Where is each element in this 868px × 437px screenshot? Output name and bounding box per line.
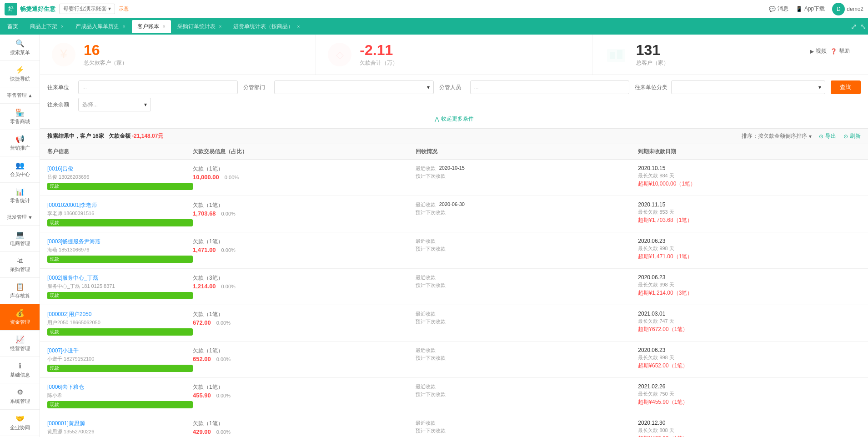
sidebar-item-marketing[interactable]: 📢 营销推广 [0, 130, 40, 156]
sidebar-item-member[interactable]: 👥 会员中心 [0, 156, 40, 183]
customer-name-3[interactable]: [0002]服务中心_丁磊 [47, 274, 193, 282]
customer-name-7[interactable]: [000001]黄思源 [47, 420, 193, 427]
chevron-down-icon: ▾ [144, 101, 147, 108]
customer-cell-3: [0002]服务中心_丁磊 服务中心_丁磊 181 0125 8371 现款 [47, 274, 193, 299]
help-btn[interactable]: ❓ 帮助 [830, 47, 850, 55]
sidebar-item-basic-info[interactable]: ℹ 基础信息 [0, 357, 40, 383]
sidebar-item-operations[interactable]: 📈 经营管理 [0, 331, 40, 357]
customer-phone-1: 李老师 18600391516 [47, 210, 193, 217]
system-name[interactable]: 母婴行业演示账套 ▾ [59, 4, 115, 14]
customer-name-2[interactable]: [0003]畅捷服务尹海燕 [47, 238, 193, 246]
customer-name-1[interactable]: [0001020001]李老师 [47, 201, 193, 209]
sidebar-item-system[interactable]: ⚙ 系统管理 [0, 383, 40, 410]
debt-cell-3: 欠款（3笔） 1,214.00 0.00% [193, 274, 416, 290]
tab-home[interactable]: 首页 [2, 20, 24, 33]
collapse-btn[interactable]: ⋀ 收起更多条件 [435, 115, 474, 123]
customer-name-6[interactable]: [0006]去下粮仓 [47, 383, 193, 391]
sidebar-item-quick-nav[interactable]: ⚡ 快捷导航 [0, 61, 40, 87]
help-icon: ❓ [830, 48, 837, 55]
table-row: [0002]服务中心_丁磊 服务中心_丁磊 181 0125 8371 现款 欠… [40, 269, 868, 305]
top-bar-left: 好 畅捷通好生意 母婴行业演示账套 ▾ 示意 [5, 3, 129, 15]
tab-product-shelf[interactable]: 商品上下架 × [25, 20, 69, 33]
overdue-cell-4: 2021.03.01 最长欠款 747 天 超期¥672.00（1笔） [638, 311, 861, 333]
export-button[interactable]: ⊙ 导出 [819, 132, 836, 140]
col-debt-info: 欠款交易信息（占比） [193, 148, 416, 156]
close-icon[interactable]: × [61, 24, 64, 29]
customer-name-0[interactable]: [0016]吕俊 [47, 165, 193, 173]
capital-icon: 💰 [15, 309, 25, 317]
tab-product-history[interactable]: 产成品入库单历史 × [70, 20, 131, 33]
recovery-cell-7: 最近收款 预计下次收款 [416, 420, 638, 434]
table-row: [0016]吕俊 吕俊 13026203696 现款 欠款（1笔） 10,000… [40, 160, 868, 196]
dept-label: 分管部门 [243, 84, 271, 91]
customer-tag-5: 现款 [47, 365, 193, 372]
customer-phone-5: 小迸千 18279152100 [47, 356, 193, 362]
customer-cell-4: [000002]用户2050 用户2050 18665062050 现款 [47, 311, 193, 336]
debt-cell-0: 欠款（1笔） 10,000.00 0.00% [193, 165, 416, 181]
operations-icon: 📈 [15, 335, 25, 344]
debt-cell-7: 欠款（1笔） 429.00 0.00% [193, 420, 416, 435]
recovery-cell-6: 最近收款 预计下次收款 [416, 383, 638, 398]
overdue-cell-2: 2020.06.23 最长欠款 998 天 超期¥1,471.00（1笔） [638, 238, 861, 261]
sidebar-item-ecommerce[interactable]: 💻 电商管理 [0, 226, 40, 252]
sidebar-item-retail-mall[interactable]: 🏪 零售商城 [0, 104, 40, 130]
window-restore-icon[interactable]: ⤢ [851, 22, 857, 31]
close-icon[interactable]: × [297, 24, 300, 29]
collapse-row: ⋀ 收起更多条件 [47, 115, 861, 123]
customer-tag-0: 现款 [47, 183, 193, 190]
customer-name-4[interactable]: [000002]用户2050 [47, 311, 193, 318]
overdue-cell-3: 2020.06.23 最长欠款 998 天 超期¥1,214.00（3笔） [638, 274, 861, 297]
search-button[interactable]: 查询 [831, 80, 861, 94]
video-btn[interactable]: ▶ 视频 [810, 47, 827, 55]
dept-select[interactable]: ▾ [274, 80, 434, 94]
from-unit-label: 往来单位 [47, 84, 75, 91]
customer-cell-1: [0001020001]李老师 李老师 18600391516 现款 [47, 201, 193, 226]
tab-customer-account[interactable]: 客户账本 × [132, 20, 171, 33]
refresh-button[interactable]: ⊙ 刷新 [843, 132, 861, 140]
user-avatar[interactable]: D demo2 [832, 3, 863, 15]
app-download-btn[interactable]: 📱 App下载 [796, 5, 825, 13]
enterprise-icon: 🤝 [15, 414, 25, 423]
sidebar-item-inventory[interactable]: 📋 库存核算 [0, 278, 40, 304]
customer-name-5[interactable]: [0007]小迸千 [47, 347, 193, 355]
customer-tag-1: 现款 [47, 219, 193, 226]
message-btn[interactable]: 💬 消息 [769, 5, 788, 13]
chevron-icon: ▲ [28, 93, 33, 98]
sidebar-item-enterprise[interactable]: 🤝 企业协同 [0, 410, 40, 436]
close-icon[interactable]: × [219, 24, 222, 29]
balance-select[interactable]: 选择... ▾ [78, 98, 151, 111]
sidebar-item-purchase[interactable]: 🛍 采购管理 [0, 252, 40, 278]
customer-phone-3: 服务中心_丁磊 181 0125 8371 [47, 283, 193, 290]
tab-purchase-order[interactable]: 采购订单统计表 × [172, 20, 227, 33]
batch-label: 批发管理 [7, 214, 27, 221]
avatar: D [832, 3, 845, 15]
customer-cell-0: [0016]吕俊 吕俊 13026203696 现款 [47, 165, 193, 190]
stat-label-debtors: 总欠款客户（家） [84, 59, 127, 67]
manager-input[interactable]: ... [470, 80, 630, 94]
sidebar-item-retail-mgmt[interactable]: 零售管理 ▲ [0, 87, 40, 104]
overdue-cell-5: 2020.06.23 最长欠款 998 天 超期¥652.00（1笔） [638, 347, 861, 370]
content-inner: ¥ 16 总欠款客户（家） ◇ [40, 35, 868, 437]
sidebar-item-retail-stats[interactable]: 📊 零售统计 [0, 183, 40, 209]
from-unit-input[interactable]: ... [78, 80, 238, 94]
result-actions: 排序：按欠款金额倒序排序 ▾ ⊙ 导出 ⊙ 刷新 [742, 132, 861, 140]
debtor-icon: ¥ [51, 42, 76, 67]
table-row: [000002]用户2050 用户2050 18665062050 现款 欠款（… [40, 305, 868, 342]
main-layout: 🔍 搜索菜单 ⚡ 快捷导航 零售管理 ▲ 🏪 零售商城 📢 营销推广 👥 会员中… [0, 35, 868, 437]
debt-cell-6: 欠款（1笔） 455.90 0.00% [193, 383, 416, 399]
sort-button[interactable]: 排序：按欠款金额倒序排序 ▾ [742, 132, 812, 140]
data-table: 客户信息 欠款交易信息（占比） 回收情况 到期未收款日期 [0016]吕俊 吕俊… [40, 144, 868, 437]
system-icon: ⚙ [17, 388, 23, 397]
close-icon[interactable]: × [123, 24, 125, 29]
window-expand-icon[interactable]: ⤡ [860, 22, 866, 31]
sidebar-item-search[interactable]: 🔍 搜索菜单 [0, 35, 40, 61]
tab-inventory-stats[interactable]: 进货单统计表（按商品） × [228, 20, 305, 33]
close-icon[interactable]: × [163, 24, 166, 29]
unit-category-select[interactable]: ▾ [671, 80, 825, 94]
customer-tag-4: 现款 [47, 328, 193, 336]
sidebar-item-batch-mgmt[interactable]: 批发管理 ▼ [0, 209, 40, 226]
customer-phone-2: 海燕 18513066976 [47, 246, 193, 253]
filter-unit-category: 往来单位分类 ▾ [635, 80, 825, 94]
sidebar-item-capital[interactable]: 💰 资金管理 [0, 304, 40, 331]
marketing-icon: 📢 [15, 135, 25, 143]
